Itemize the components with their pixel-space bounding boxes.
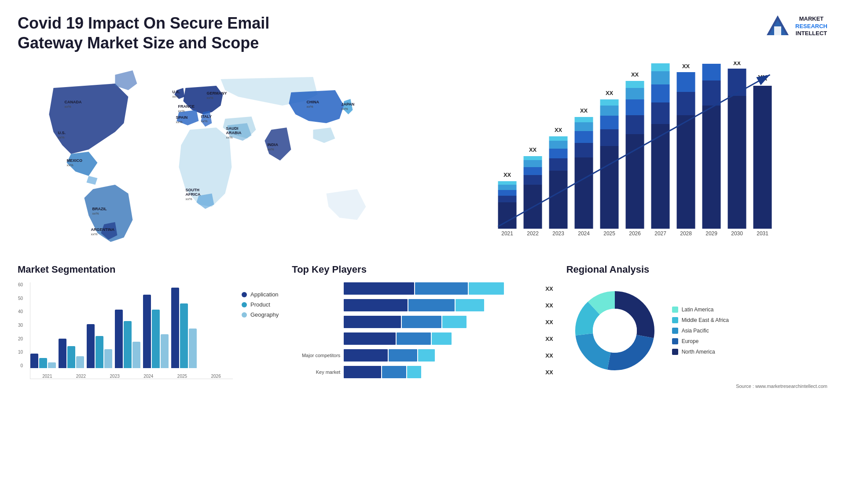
svg-rect-92: [702, 64, 720, 80]
seg-group-2021: [30, 354, 56, 368]
svg-text:xx%: xx%: [226, 135, 232, 139]
svg-text:xx%: xx%: [201, 119, 207, 123]
donut-color-latin: [672, 307, 678, 313]
svg-text:CANADA: CANADA: [64, 100, 81, 104]
svg-rect-95: [727, 96, 746, 229]
seg-bar-prod: [180, 303, 188, 368]
kp-label-key: Key market: [292, 369, 340, 375]
donut-label-apac: Asia Pacific: [682, 328, 709, 334]
key-players-panel: Top Key Players XX XX: [292, 264, 553, 383]
svg-rect-79: [651, 102, 669, 124]
segmentation-chart: 60 50 40 30 20 10 0: [30, 282, 233, 379]
svg-rect-61: [574, 117, 593, 122]
kp-bar-seg-navy: [344, 282, 414, 295]
kp-row-major: Major competitors XX: [292, 349, 553, 362]
donut-color-mea: [672, 317, 678, 323]
svg-text:AFRICA: AFRICA: [185, 192, 200, 197]
seg-bar-prod: [124, 321, 132, 368]
legend-item-application: Application: [242, 291, 279, 298]
svg-rect-66: [600, 116, 618, 129]
kp-bar-seg-blue: [415, 282, 468, 295]
svg-rect-86: [676, 92, 695, 115]
svg-text:XX: XX: [555, 127, 562, 133]
svg-rect-2: [774, 26, 781, 35]
logo-area: MARKET RESEARCH INTELLECT: [764, 13, 827, 40]
svg-rect-96: [727, 69, 746, 96]
bar-chart-svg: XX 2021 XX 2022 XX 2023 XX 20: [450, 62, 827, 246]
svg-rect-82: [651, 63, 669, 71]
donut-legend-apac: Asia Pacific: [672, 328, 729, 334]
kp-bars-3: [344, 316, 540, 328]
svg-text:2030: 2030: [731, 230, 743, 237]
svg-rect-64: [600, 146, 618, 229]
legend-item-product: Product: [242, 301, 279, 308]
kp-row-3: XX: [292, 316, 553, 328]
svg-rect-39: [498, 185, 516, 190]
svg-text:SPAIN: SPAIN: [176, 115, 187, 120]
svg-rect-99: [753, 86, 772, 229]
svg-text:XX: XX: [529, 146, 537, 153]
svg-text:FRANCE: FRANCE: [178, 104, 195, 109]
svg-text:XX: XX: [606, 90, 614, 96]
svg-text:xx%: xx%: [206, 96, 213, 100]
svg-text:2029: 2029: [705, 230, 717, 237]
seg-group-2023: [87, 324, 112, 368]
kp-bar-seg-cyan: [407, 366, 421, 378]
legend-label-application: Application: [250, 291, 279, 298]
seg-bar-geo: [132, 342, 140, 368]
logo-text: MARKET RESEARCH INTELLECT: [795, 15, 827, 38]
seg-bar-prod: [39, 358, 47, 368]
svg-text:2027: 2027: [654, 230, 666, 237]
svg-text:U.K.: U.K.: [172, 90, 180, 94]
svg-text:ARABIA: ARABIA: [226, 131, 241, 135]
svg-text:XX: XX: [503, 172, 511, 178]
seg-group-2024: [115, 310, 140, 368]
kp-value-1: XX: [545, 285, 553, 292]
donut-chart-svg: [566, 282, 663, 379]
svg-rect-74: [625, 88, 644, 99]
market-segmentation-panel: Market Segmentation 60 50 40 30 20 10 0: [18, 264, 279, 379]
kp-bars-2: [344, 299, 540, 311]
svg-text:xx%: xx%: [66, 163, 73, 167]
kp-bar-seg-blue: [397, 332, 431, 345]
svg-text:CHINA: CHINA: [306, 100, 319, 104]
seg-bar-app: [143, 295, 151, 368]
svg-rect-60: [574, 122, 593, 131]
svg-text:xx%: xx%: [64, 105, 71, 109]
legend-dot-geography: [242, 312, 247, 318]
svg-rect-67: [600, 106, 618, 116]
svg-rect-38: [498, 190, 516, 196]
svg-rect-47: [523, 156, 542, 160]
svg-rect-54: [549, 136, 567, 141]
kp-label-major: Major competitors: [292, 353, 340, 358]
svg-rect-50: [549, 171, 567, 229]
svg-rect-85: [676, 115, 695, 229]
bottom-section: Market Segmentation 60 50 40 30 20 10 0: [18, 264, 827, 389]
svg-text:XX: XX: [708, 62, 716, 63]
svg-rect-73: [625, 99, 644, 115]
svg-text:xx%: xx%: [58, 135, 64, 139]
svg-text:XX: XX: [657, 62, 665, 63]
svg-rect-57: [574, 157, 593, 229]
kp-bar-seg-cyan: [432, 332, 452, 345]
seg-y-labels: 60 50 40 30 20 10 0: [18, 282, 23, 368]
svg-text:xx%: xx%: [176, 120, 182, 124]
donut-legend-latin: Latin America: [672, 307, 729, 313]
legend-item-geography: Geography: [242, 311, 279, 318]
svg-text:SAUDI: SAUDI: [226, 126, 238, 131]
svg-text:BRAZIL: BRAZIL: [92, 207, 107, 211]
svg-rect-75: [625, 81, 644, 88]
seg-bar-prod: [96, 336, 103, 368]
page-header: Covid 19 Impact On Secure Email Gateway …: [18, 13, 827, 53]
seg-bar-prod: [67, 346, 75, 368]
market-segmentation-title: Market Segmentation: [18, 264, 279, 275]
kp-row-4: XX: [292, 332, 553, 345]
kp-bar-seg-cyan: [469, 282, 504, 295]
svg-rect-51: [549, 158, 567, 171]
seg-bar-app: [115, 310, 123, 368]
svg-text:2026: 2026: [629, 230, 641, 237]
donut-color-na: [672, 349, 678, 355]
seg-bar-geo: [189, 329, 197, 368]
legend-dot-product: [242, 302, 247, 307]
seg-bar-prod: [152, 310, 160, 368]
